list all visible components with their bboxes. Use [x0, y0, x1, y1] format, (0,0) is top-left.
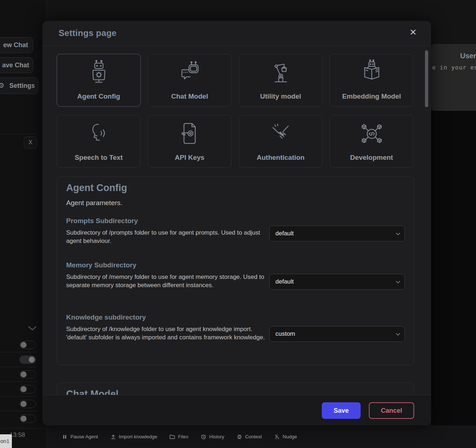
- history-button[interactable]: History: [201, 434, 224, 440]
- chevron-down-icon[interactable]: [28, 326, 37, 332]
- save-chat-button[interactable]: ave Chat: [0, 57, 33, 73]
- select-value: default: [275, 278, 294, 285]
- section-subtitle: Agent parameters.: [66, 199, 122, 207]
- user-message-bubble: User e in your en: [431, 44, 476, 111]
- memory-subdirectory-label: Memory Subdirectory: [66, 261, 136, 269]
- save-button[interactable]: Save: [322, 402, 361, 419]
- clock-time: 13:58: [10, 431, 25, 439]
- user-message-title: User: [460, 52, 476, 60]
- modal-scrollbar-thumb[interactable]: [425, 50, 428, 107]
- robot-book-icon: [358, 59, 385, 87]
- chat-model-section: Chat Model: [57, 383, 414, 395]
- card-development[interactable]: Development: [330, 115, 413, 168]
- status-tooltip: on1: [0, 434, 12, 448]
- nudge-hand-icon: [274, 434, 280, 440]
- modal-title: Settings page: [59, 28, 116, 38]
- toggle-knob: [20, 342, 27, 348]
- toggle-knob: [20, 371, 27, 377]
- card-utility-model[interactable]: Utility model: [239, 54, 322, 107]
- import-knowledge-button[interactable]: Import knowledge: [110, 434, 157, 440]
- settings-label: Settings: [9, 82, 35, 89]
- knowledge-subdirectory-label: Knowledge subdirectory: [66, 313, 146, 321]
- folder-icon: [169, 434, 175, 440]
- chevron-down-icon: [396, 232, 400, 235]
- divider: [0, 428, 47, 429]
- prompts-subdirectory-select[interactable]: default: [269, 226, 405, 241]
- prompts-subdirectory-label: Prompts Subdirectory: [66, 217, 138, 225]
- toggle-knob: [20, 416, 27, 422]
- divider: [0, 396, 37, 397]
- robot-arm-icon: [267, 59, 294, 87]
- divider: [0, 367, 37, 367]
- chat-background: [431, 111, 476, 425]
- context-icon: [237, 434, 242, 440]
- sidebar-toggle[interactable]: [19, 356, 36, 364]
- settings-nav-grid: Agent Config Chat Model: [57, 54, 413, 168]
- section-title: Agent Config: [66, 182, 127, 194]
- toggle-knob: [20, 401, 27, 407]
- card-label: Speech to Text: [57, 154, 140, 162]
- history-label: History: [209, 434, 224, 439]
- divider: [0, 134, 37, 134]
- context-button[interactable]: Context: [237, 434, 262, 440]
- upload-icon: [110, 434, 116, 440]
- card-label: Embedding Model: [330, 92, 413, 100]
- card-label: Chat Model: [148, 92, 231, 100]
- select-value: default: [275, 230, 294, 237]
- agent-config-section: Agent Config Agent parameters. Prompts S…: [57, 176, 414, 365]
- pause-agent-button[interactable]: Pause Agent: [62, 434, 98, 440]
- sidebar-toggle[interactable]: [19, 370, 36, 379]
- card-label: API Keys: [148, 154, 231, 162]
- robot-monitor-icon: [86, 59, 112, 87]
- new-chat-label: ew Chat: [3, 41, 28, 49]
- cancel-button[interactable]: Cancel: [369, 402, 414, 419]
- card-authentication[interactable]: Authentication: [239, 115, 322, 168]
- card-embedding-model[interactable]: Embedding Model: [330, 54, 413, 107]
- card-api-keys[interactable]: API Keys: [148, 115, 232, 168]
- divider: [0, 352, 37, 352]
- memory-subdirectory-select[interactable]: default: [269, 274, 405, 290]
- files-button[interactable]: Files: [169, 434, 188, 440]
- close-icon[interactable]: ✕: [409, 27, 417, 37]
- chat-robot-icon: [177, 59, 203, 87]
- nudge-button[interactable]: Nudge: [274, 434, 297, 440]
- gear-icon: ⚙: [0, 78, 4, 94]
- sidebar-toggle[interactable]: [19, 400, 36, 408]
- card-label: Utility model: [239, 92, 322, 100]
- divider: [0, 381, 37, 382]
- import-knowledge-label: Import knowledge: [119, 434, 157, 439]
- save-chat-label: ave Chat: [2, 62, 29, 69]
- card-label: Agent Config: [57, 92, 140, 100]
- modal-header: Settings page ✕: [42, 21, 431, 46]
- close-panel-button[interactable]: X: [24, 136, 37, 149]
- chevron-down-icon: [396, 281, 400, 284]
- sidebar-toggle[interactable]: [19, 385, 36, 393]
- select-value: custom: [275, 330, 295, 337]
- settings-modal: Settings page ✕: [42, 21, 431, 425]
- card-label: Authentication: [239, 154, 322, 162]
- handshake-icon: [267, 121, 294, 149]
- context-label: Context: [245, 434, 262, 439]
- toggle-knob: [29, 357, 35, 363]
- pause-agent-label: Pause Agent: [70, 434, 98, 439]
- knowledge-subdirectory-description: Subdirectory of /knowledge folder to use…: [66, 325, 265, 341]
- chevron-down-icon: [396, 333, 400, 336]
- modal-body: Agent Config Chat Model: [42, 46, 431, 395]
- sidebar: ew Chat ave Chat ⚙ Settings X 13:58 on1: [0, 0, 47, 448]
- speech-profile-icon: [86, 121, 112, 149]
- new-chat-button[interactable]: ew Chat: [0, 37, 33, 53]
- knowledge-subdirectory-select[interactable]: custom: [269, 326, 405, 342]
- sidebar-toggle[interactable]: [19, 341, 36, 349]
- sidebar-toggle[interactable]: [19, 415, 36, 423]
- clock-icon: [201, 434, 206, 440]
- card-chat-model[interactable]: Chat Model: [148, 54, 232, 107]
- settings-button[interactable]: ⚙ Settings: [0, 77, 38, 94]
- prompts-subdirectory-description: Subdirectory of /prompts folder to use f…: [66, 228, 265, 245]
- card-speech-to-text[interactable]: Speech to Text: [57, 115, 141, 168]
- card-label: Development: [330, 154, 413, 162]
- code-network-icon: [358, 121, 385, 149]
- card-agent-config[interactable]: Agent Config: [57, 54, 141, 107]
- bottom-toolbar: Pause Agent Import knowledge Files Histo…: [47, 425, 476, 448]
- section-title: Chat Model: [66, 389, 119, 395]
- user-message-text: e in your en: [432, 64, 476, 71]
